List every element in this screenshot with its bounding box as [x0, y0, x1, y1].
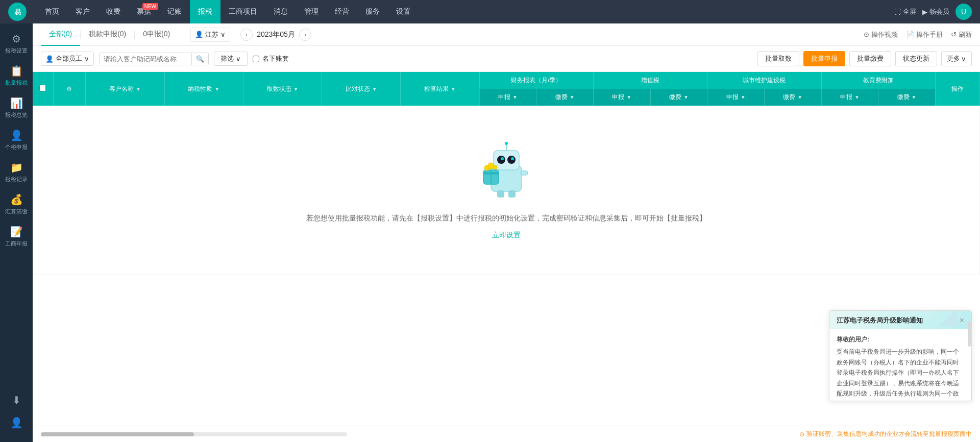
- search-button[interactable]: 🔍: [191, 53, 208, 65]
- th-city-construction: 城市维护建设税: [707, 72, 821, 89]
- th-tax-type: 纳税性质 ▼: [164, 72, 243, 106]
- nav-billing[interactable]: 收费: [98, 0, 129, 23]
- tab-zero-declare[interactable]: 0申报(0): [135, 23, 178, 46]
- refresh-btn[interactable]: ↺ 刷新: [951, 30, 972, 39]
- employee-chevron-icon: ∨: [84, 55, 89, 63]
- th-city-declare: 申报 ▼: [707, 89, 765, 106]
- batch-fetch-btn[interactable]: 批量取数: [757, 51, 799, 66]
- select-all-checkbox[interactable]: [39, 85, 46, 91]
- filter-bar: 👤 全部员工 ∨ 🔍 筛选 ∨ 名下账套 批量取数 批量申报 批量缴费 状态更新: [33, 46, 980, 72]
- sidebar-item-biz-report[interactable]: 📝 工商年报: [0, 220, 33, 253]
- top-nav: 易 首页 客户 收费 票据 NEW 记账 报税 工商项目 消息 管理 经营 服务…: [0, 0, 980, 23]
- more-btn[interactable]: 更多 ∨: [941, 51, 972, 66]
- th-vat: 增值税: [593, 72, 707, 89]
- fullscreen-btn[interactable]: ⛶ 全屏: [894, 7, 916, 16]
- sidebar-item-download[interactable]: ⬇: [0, 389, 33, 411]
- svg-point-6: [501, 157, 504, 160]
- warning-icon: ⊙: [799, 431, 804, 438]
- sidebar-item-user[interactable]: 👤: [0, 411, 33, 434]
- manual-btn[interactable]: 📄 操作手册: [906, 30, 943, 39]
- nav-invoice[interactable]: 票据 NEW: [129, 0, 159, 23]
- th-financial-pay: 缴费 ▼: [536, 89, 594, 106]
- th-city-pay: 缴费 ▼: [764, 89, 821, 106]
- sidebar-bottom: ⬇ 👤: [0, 389, 33, 442]
- province-select[interactable]: 👤 江苏 ∨: [190, 28, 230, 42]
- notice-header: 江苏电子税务局升级影响通知 ×: [829, 311, 971, 329]
- batch-declare-btn[interactable]: 批量申报: [803, 51, 845, 66]
- tab-tax-declare[interactable]: 税款申报(0): [81, 23, 134, 46]
- nav-operation[interactable]: 经营: [327, 0, 357, 23]
- top-nav-items: 首页 客户 收费 票据 NEW 记账 报税 工商项目 消息 管理 经营 服务 设…: [37, 0, 894, 23]
- th-operation: 操作: [935, 72, 979, 106]
- th-edu-pay: 缴费 ▼: [878, 89, 936, 106]
- refresh-icon: ↺: [951, 31, 957, 38]
- notice-body: 尊敬的用户: 受当前电子税务局进一步升级的影响，同一个政务网账号（办税人）名下的…: [829, 329, 971, 401]
- filter-button[interactable]: 筛选 ∨: [214, 52, 248, 66]
- logo[interactable]: 易: [8, 3, 27, 21]
- user-icon: 👤: [10, 416, 23, 429]
- video-icon: ⊙: [864, 31, 869, 38]
- province-label: 江苏: [205, 30, 218, 39]
- empty-state: 若您想使用批量报税功能，请先在【报税设置】中进行报税的初始化设置，完成密码验证和…: [39, 110, 973, 271]
- avatar[interactable]: U: [955, 4, 972, 20]
- nav-settings[interactable]: 设置: [388, 0, 419, 23]
- sidebar-item-tax-summary[interactable]: 📊 报税总览: [0, 92, 33, 124]
- notice-content: 受当前电子税务局进一步升级的影响，同一个政务网账号（办税人）名下的企业不能再同时…: [837, 347, 964, 401]
- tab-all[interactable]: 全部(0): [41, 23, 80, 46]
- empty-state-row: 若您想使用批量报税功能，请先在【报税设置】中进行报税的初始化设置，完成密码验证和…: [33, 106, 980, 275]
- table-body: 若您想使用批量报税功能，请先在【报税设置】中进行报税的初始化设置，完成密码验证和…: [33, 106, 980, 275]
- tax-summary-icon: 📊: [10, 97, 23, 109]
- sidebar-item-batch-tax[interactable]: 📋 批量报税: [0, 60, 33, 92]
- new-badge: NEW: [142, 3, 158, 10]
- date-display: 2023年05月: [257, 30, 295, 39]
- sidebar-item-tax-records[interactable]: 📁 报税记录: [0, 156, 33, 188]
- nav-tax[interactable]: 报税: [190, 0, 220, 23]
- svg-point-7: [511, 157, 514, 160]
- tab-bar: 全部(0) 税款申报(0) 0申报(0) 👤 江苏 ∨ ‹ 2023年05月 ›…: [33, 23, 980, 46]
- batch-pay-btn[interactable]: 批量缴费: [849, 51, 891, 66]
- data-table: ⚙ 客户名称 ▼ 纳税性质 ▼ 取数状态 ▼ 比对状态 ▼: [33, 72, 980, 275]
- nav-message[interactable]: 消息: [265, 0, 296, 23]
- member-btn[interactable]: ▶ 畅会员: [922, 7, 949, 16]
- sidebar: ⚙ 报税设置 📋 批量报税 📊 报税总览 👤 个税申报 📁 报税记录 💰 汇算清…: [0, 23, 33, 442]
- batch-tax-icon: 📋: [10, 65, 23, 77]
- notice-close-btn[interactable]: ×: [960, 316, 964, 325]
- svg-point-9: [505, 142, 508, 145]
- date-prev-btn[interactable]: ‹: [240, 29, 253, 41]
- nav-management[interactable]: 管理: [296, 0, 327, 23]
- status-update-btn[interactable]: 状态更新: [895, 51, 937, 66]
- nav-home[interactable]: 首页: [37, 0, 67, 23]
- setup-link[interactable]: 立即设置: [492, 231, 521, 240]
- th-client-name: 客户名称 ▼: [86, 72, 164, 106]
- date-nav: ‹ 2023年05月 ›: [240, 29, 311, 41]
- th-financial-report: 财务报表（月/季）: [479, 72, 593, 89]
- empty-text: 若您想使用批量报税功能，请先在【报税设置】中进行报税的初始化设置，完成密码验证和…: [306, 212, 706, 225]
- action-buttons: 批量取数 批量申报 批量缴费 状态更新 更多 ∨: [757, 51, 972, 66]
- th-financial-declare: 申报 ▼: [479, 89, 536, 106]
- nav-accounting[interactable]: 记账: [159, 0, 190, 23]
- search-input[interactable]: [100, 53, 191, 65]
- date-next-btn[interactable]: ›: [299, 29, 311, 41]
- table-header: ⚙ 客户名称 ▼ 纳税性质 ▼ 取数状态 ▼ 比对状态 ▼: [33, 72, 980, 106]
- sidebar-item-settlement[interactable]: 💰 汇算清缴: [0, 188, 33, 220]
- nav-client[interactable]: 客户: [67, 0, 98, 23]
- name-accounts-checkbox[interactable]: [253, 56, 259, 62]
- sidebar-item-tax-settings[interactable]: ⚙ 报税设置: [0, 28, 33, 60]
- nav-service[interactable]: 服务: [357, 0, 388, 23]
- top-nav-right: ⛶ 全屏 ▶ 畅会员 U: [894, 4, 972, 20]
- bottom-warning: ⊙ 验证账密、采集信息均成功的企业才会流转至批量报税页面中: [799, 430, 972, 438]
- manual-icon: 📄: [906, 31, 914, 38]
- download-icon: ⬇: [12, 394, 21, 406]
- personal-tax-icon: 👤: [10, 129, 23, 141]
- tab-bar-right: ⊙ 操作视频 📄 操作手册 ↺ 刷新: [864, 30, 972, 39]
- notice-scrollbar[interactable]: [967, 311, 971, 401]
- video-btn[interactable]: ⊙ 操作视频: [864, 30, 898, 39]
- search-wrap: 🔍: [99, 53, 209, 65]
- checkbox-label[interactable]: 名下账套: [253, 54, 289, 63]
- svg-text:易: 易: [14, 8, 21, 16]
- nav-bizproject[interactable]: 工商项目: [220, 0, 265, 23]
- th-education-fee: 教育费附加: [821, 72, 935, 89]
- employee-icon: 👤: [45, 55, 54, 63]
- sidebar-item-personal-tax[interactable]: 👤 个税申报: [0, 124, 33, 156]
- employee-select[interactable]: 👤 全部员工 ∨: [41, 52, 94, 66]
